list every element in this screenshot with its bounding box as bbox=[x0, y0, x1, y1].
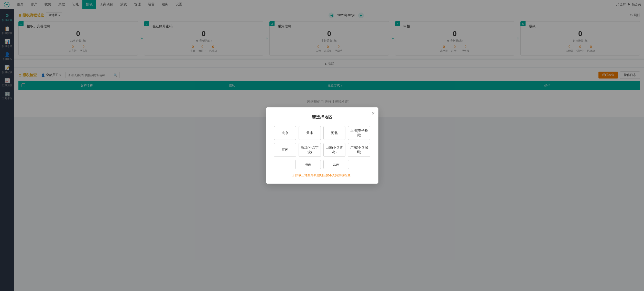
region-btn-shanghai[interactable]: 上海(电子税局) bbox=[348, 126, 370, 140]
region-btn-yunnan[interactable]: 云南 bbox=[323, 160, 349, 169]
region-btn-hebei[interactable]: 河北 bbox=[323, 126, 346, 140]
region-btn-guangdong[interactable]: 广东(不含深圳) bbox=[348, 143, 370, 157]
region-btn-zhejiang[interactable]: 浙江(不含宁波) bbox=[299, 143, 321, 157]
region-btn-hainan[interactable]: 海南 bbox=[295, 160, 321, 169]
region-grid-row1: 北京 天津 河北 上海(电子税局) bbox=[274, 126, 370, 140]
warning-icon: ℹ bbox=[292, 174, 294, 177]
region-btn-shandong[interactable]: 山东(不含青岛) bbox=[323, 143, 346, 157]
region-btn-jiangsu[interactable]: 江苏 bbox=[274, 143, 296, 157]
region-btn-beijing[interactable]: 北京 bbox=[274, 126, 296, 140]
modal-warning: ℹ 除以上地区外其他地区暂不支持报税检查! bbox=[274, 173, 370, 177]
modal-overlay: ✕ 请选择地区 北京 天津 河北 上海(电子税局) 江苏 浙江(不含宁波) 山东… bbox=[0, 0, 644, 291]
warning-text: 除以上地区外其他地区暂不支持报税检查! bbox=[295, 173, 351, 177]
region-grid-row3: 海南 云南 bbox=[274, 160, 370, 169]
region-btn-tianjin[interactable]: 天津 bbox=[299, 126, 321, 140]
region-select-modal: ✕ 请选择地区 北京 天津 河北 上海(电子税局) 江苏 浙江(不含宁波) 山东… bbox=[266, 107, 378, 184]
region-grid-row2: 江苏 浙江(不含宁波) 山东(不含青岛) 广东(不含深圳) bbox=[274, 143, 370, 157]
modal-close-btn[interactable]: ✕ bbox=[372, 111, 375, 116]
modal-title: 请选择地区 bbox=[274, 115, 370, 120]
